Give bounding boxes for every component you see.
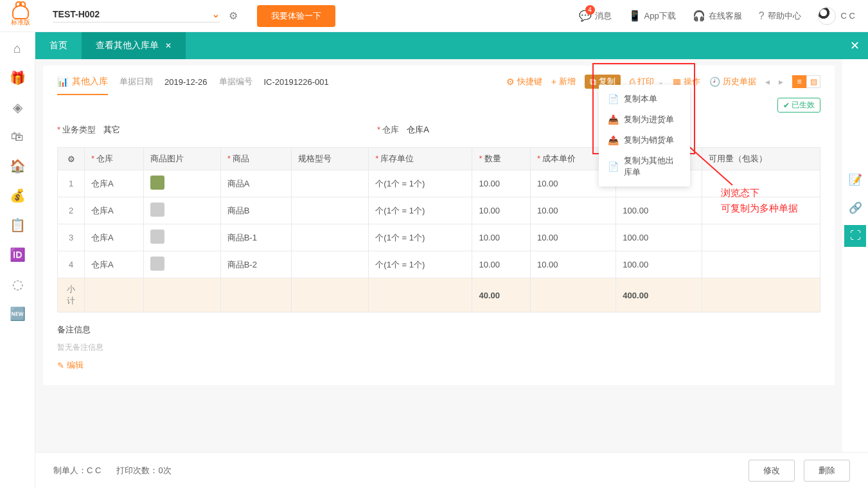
customer-service-link[interactable]: 🎧 在线客服 [693,10,742,22]
link-icon[interactable]: 🔗 [844,197,866,219]
org-name: TEST-H002 [53,9,100,19]
money-icon[interactable]: 💰 [10,188,26,203]
th-warehouse: *仓库 [85,148,144,170]
warehouse-label: *仓库 [377,124,399,136]
th-unit: *库存单位 [369,148,472,170]
tab-view-other-inbound[interactable]: 查看其他入库单 ✕ [82,32,186,59]
remark-heading: 备注信息 [57,324,820,336]
doc-date-label: 单据日期 [120,76,153,87]
biz-type-label: *业务类型 [57,124,96,136]
trial-button[interactable]: 我要体验一下 [257,5,335,27]
messages-label: 消息 [595,10,612,22]
doc-icon: 📄 [608,94,619,104]
close-all-tabs[interactable]: ✕ [841,32,868,59]
items-table: ⚙ *仓库 商品图片 *商品 规格型号 *库存单位 *数量 *成本单价 *成本金… [57,147,820,312]
table-row[interactable]: 1仓库A商品A个(1个 = 1个)10.0010.00100.00 [58,170,820,197]
outbox-icon: 📤 [608,135,619,145]
phone-icon: 📱 [628,10,641,22]
app-download-label: App下载 [644,10,676,22]
expand-icon[interactable]: ⛶ [844,225,866,247]
tab-home[interactable]: 首页 [35,32,82,59]
clipboard-icon[interactable]: 📋 [10,217,26,233]
maker-info: 制单人：C C [53,465,101,476]
shortcut-action[interactable]: ⚙快捷键 [506,76,542,87]
copy-dropdown: 📄复制本单 📥复制为进货单 📤复制为销货单 📄复制为其他出库单 [599,85,690,186]
th-image: 商品图片 [143,148,220,170]
messages-badge: 4 [585,5,595,15]
home-icon[interactable]: ⌂ [13,41,21,56]
house-icon[interactable]: 🏠 [10,158,26,174]
id-icon[interactable]: 🆔 [10,247,26,262]
gear-icon[interactable]: ⚙ [229,10,238,22]
doc-no-label: 单据编号 [219,76,252,87]
th-qty: *数量 [472,148,531,170]
doc-icon: 📄 [608,161,619,172]
plus-icon: + [551,77,556,87]
customer-service-label: 在线客服 [709,10,742,22]
warehouse-value: 仓库A [407,124,429,136]
gear-icon[interactable]: ⚙ [67,154,75,164]
close-icon[interactable]: ✕ [165,41,172,50]
copy-as-sales[interactable]: 📤复制为销货单 [599,130,690,150]
diamond-icon[interactable]: ◈ [13,100,22,115]
user-name: C C [841,11,855,21]
new-icon[interactable]: 🆕 [10,306,26,321]
th-spec: 规格型号 [292,148,369,170]
app-download-link[interactable]: 📱 App下载 [628,10,676,22]
gift-icon[interactable]: 🎁 [10,70,26,86]
bag-icon[interactable]: 🛍 [11,129,24,144]
user-menu[interactable]: C C [818,7,855,25]
view-card[interactable]: ▤ [806,75,820,88]
modify-button[interactable]: 修改 [748,460,795,482]
gear-icon: ⚙ [506,77,515,87]
history-icon: 🕘 [709,77,720,87]
org-selector[interactable]: TEST-H002 ⌄ [53,9,220,23]
view-list[interactable]: ≡ [792,75,806,88]
help-label: 帮助中心 [768,10,801,22]
status-badge: ✔已生效 [777,98,820,113]
headset-icon: 🎧 [693,10,705,22]
table-row[interactable]: 4仓库A商品B-2个(1个 = 1个)10.0010.00100.00 [58,251,820,278]
next-doc[interactable]: ▸ [779,77,783,87]
new-action[interactable]: +新增 [551,76,576,87]
edit-remark-link[interactable]: ✎编辑 [57,359,820,371]
delete-button[interactable]: 删除 [804,460,850,482]
table-row[interactable]: 2仓库A商品B个(1个 = 1个)10.0010.00100.00 [58,197,820,224]
doc-no: IC-20191226-001 [264,77,329,87]
biz-type-value: 其它 [103,124,120,136]
history-action[interactable]: 🕘历史单据 [709,76,756,87]
prev-doc[interactable]: ◂ [765,77,770,87]
cycle-icon[interactable]: ◌ [12,276,23,292]
doc-icon: 📊 [57,77,68,87]
chevron-down-icon: ⌄ [212,9,220,19]
copy-icon: ⧉ [590,77,596,87]
messages-link[interactable]: 💬 消息 4 [579,10,612,22]
subtotal-row: 小计 40.00400.00 [58,278,820,312]
help-icon: ? [759,10,765,22]
th-avail: 可用量（包装） [702,148,820,170]
copy-this-doc[interactable]: 📄复制本单 [599,89,690,109]
edit-icon: ✎ [57,361,64,370]
check-icon: ✔ [783,101,790,110]
inbox-icon: 📥 [608,114,619,125]
th-product: *商品 [220,148,292,170]
doc-type-tab[interactable]: 📊 其他入库 [57,76,108,95]
logo[interactable]: 标准版 [8,5,33,27]
note-icon[interactable]: 📝 [844,168,866,190]
remark-empty: 暂无备注信息 [57,342,820,353]
avatar [818,7,836,25]
table-row[interactable]: 3仓库A商品B-1个(1个 = 1个)10.0010.00100.00 [58,224,820,251]
logo-text: 标准版 [11,18,30,27]
doc-date: 2019-12-26 [164,77,208,87]
help-link[interactable]: ? 帮助中心 [759,10,801,22]
print-count-info: 打印次数：0次 [116,465,171,476]
copy-as-purchase[interactable]: 📥复制为进货单 [599,109,690,130]
copy-as-other-outbound[interactable]: 📄复制为其他出库单 [599,150,690,183]
